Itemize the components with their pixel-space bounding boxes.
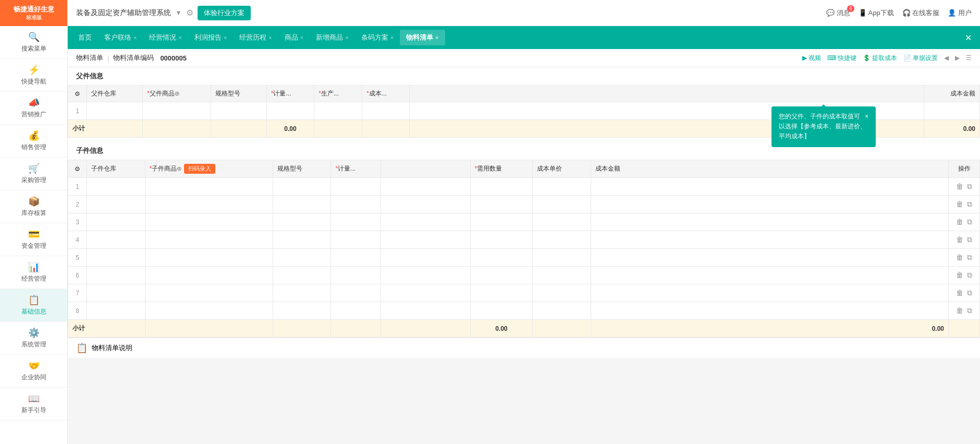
child-price-6[interactable] (533, 267, 591, 284)
nav-prev-icon[interactable]: ◀ (944, 54, 949, 62)
child-price-2[interactable] (533, 196, 591, 213)
parent-spec-1[interactable] (211, 102, 266, 120)
delete-icon-5[interactable]: 🗑 (956, 253, 963, 261)
copy-icon-7[interactable]: ⧉ (967, 289, 972, 297)
child-qty-7[interactable] (470, 284, 533, 302)
child-warehouse-3[interactable] (87, 213, 145, 231)
tab-close-operation[interactable]: × (178, 34, 181, 41)
parent-warehouse-1[interactable] (87, 102, 143, 120)
setting-action[interactable]: 📄 单据设置 (903, 54, 938, 63)
tooltip-close-btn[interactable]: × (865, 112, 868, 122)
parent-cost-1[interactable] (362, 102, 410, 120)
child-price-3[interactable] (533, 213, 591, 231)
child-qty-2[interactable] (470, 196, 533, 213)
sidebar-item-guide[interactable]: 📖 新手引导 (0, 388, 67, 421)
child-qty-3[interactable] (470, 213, 533, 231)
scan-btn[interactable]: 扫码录入 (184, 164, 215, 174)
nav-tab-history[interactable]: 经营历程× (233, 30, 278, 45)
parent-unit-1[interactable] (266, 102, 314, 120)
nav-tab-material[interactable]: 物料清单× (400, 30, 445, 45)
child-unit-4[interactable] (331, 231, 381, 249)
copy-icon-4[interactable]: ⧉ (967, 235, 972, 244)
delete-icon-6[interactable]: 🗑 (956, 271, 963, 279)
child-warehouse-6[interactable] (87, 267, 145, 284)
sidebar-item-purchase[interactable]: 🛒 采购管理 (0, 158, 67, 190)
child-qty-6[interactable] (470, 267, 533, 284)
online-service-btn[interactable]: 🎧 在线客服 (902, 8, 940, 18)
sidebar-item-finance[interactable]: 💳 资金管理 (0, 223, 67, 256)
child-unit-3[interactable] (331, 213, 381, 231)
child-warehouse-4[interactable] (87, 231, 145, 249)
dropdown-arrow-icon[interactable]: ▼ (175, 9, 182, 17)
sidebar-item-search[interactable]: 🔍 搜索菜单 (0, 26, 67, 59)
child-unit-2[interactable] (331, 196, 381, 213)
trial-btn[interactable]: 体验行业方案 (198, 6, 251, 20)
parent-produce-1[interactable] (314, 102, 362, 120)
sidebar-item-inventory[interactable]: 📦 库存核算 (0, 190, 67, 223)
delete-icon-1[interactable]: 🗑 (956, 182, 963, 190)
message-btn[interactable]: 💬 消息 6 (826, 8, 850, 18)
copy-icon-6[interactable]: ⧉ (967, 271, 972, 279)
tab-close-new-goods[interactable]: × (345, 34, 348, 41)
tab-close-goods[interactable]: × (300, 34, 303, 41)
child-goods-3[interactable] (145, 213, 273, 231)
delete-icon-4[interactable]: 🗑 (956, 235, 963, 244)
tab-close-barcode[interactable]: × (390, 34, 394, 41)
child-unit-5[interactable] (331, 249, 381, 267)
child-warehouse-7[interactable] (87, 284, 145, 302)
child-price-5[interactable] (533, 249, 591, 267)
child-goods-4[interactable] (145, 231, 273, 249)
child-warehouse-2[interactable] (87, 196, 145, 213)
tab-close-material[interactable]: × (435, 34, 438, 41)
sidebar-item-basic-info[interactable]: 📋 基础信息 (0, 289, 67, 322)
child-price-1[interactable] (533, 178, 591, 196)
settings-icon[interactable]: ⚙ (186, 8, 193, 18)
tab-close-history[interactable]: × (268, 34, 272, 41)
copy-icon-3[interactable]: ⧉ (967, 218, 972, 226)
delete-icon-7[interactable]: 🗑 (956, 289, 963, 297)
child-warehouse-5[interactable] (87, 249, 145, 267)
parent-goods-1[interactable] (142, 102, 211, 120)
child-spec-1[interactable] (273, 178, 331, 196)
child-spec-3[interactable] (273, 213, 331, 231)
child-goods-2[interactable] (145, 196, 273, 213)
view-action[interactable]: ▶ 视频 (802, 54, 821, 63)
child-spec-8[interactable] (273, 302, 331, 320)
shortcut-action[interactable]: ⌨ 快捷键 (827, 54, 856, 63)
nav-next-icon[interactable]: ▶ (955, 54, 960, 62)
child-price-8[interactable] (533, 302, 591, 320)
sidebar-item-quick-nav[interactable]: ⚡ 快捷导航 (0, 59, 67, 92)
child-spec-7[interactable] (273, 284, 331, 302)
child-spec-2[interactable] (273, 196, 331, 213)
delete-icon-3[interactable]: 🗑 (956, 218, 963, 226)
child-goods-5[interactable] (145, 249, 273, 267)
child-goods-1[interactable] (145, 178, 273, 196)
child-goods-7[interactable] (145, 284, 273, 302)
app-download-btn[interactable]: 📱 App下载 (859, 8, 894, 18)
child-unit-1[interactable] (331, 178, 381, 196)
tab-close-customer[interactable]: × (133, 34, 137, 41)
child-spec-4[interactable] (273, 231, 331, 249)
nav-tab-new-goods[interactable]: 新增商品× (310, 30, 354, 45)
copy-icon-1[interactable]: ⧉ (967, 182, 972, 190)
sidebar-item-operations[interactable]: 📊 经营管理 (0, 256, 67, 289)
child-unit-8[interactable] (331, 302, 381, 320)
nav-tab-profit[interactable]: 利润报告× (188, 30, 233, 45)
nav-tab-operation[interactable]: 经营情况× (143, 30, 188, 45)
child-qty-5[interactable] (470, 249, 533, 267)
sidebar-item-enterprise[interactable]: 🤝 企业协同 (0, 355, 67, 388)
delete-icon-8[interactable]: 🗑 (956, 306, 963, 315)
child-goods-8[interactable] (145, 302, 273, 320)
child-spec-6[interactable] (273, 267, 331, 284)
sidebar-item-marketing[interactable]: 📣 营销推广 (0, 92, 67, 125)
nav-tab-home[interactable]: 首页 (72, 30, 98, 45)
child-price-7[interactable] (533, 284, 591, 302)
cost-action[interactable]: 💲 提取成本 (863, 54, 897, 63)
child-qty-4[interactable] (470, 231, 533, 249)
user-btn[interactable]: 👤 用户 (948, 8, 972, 18)
sidebar-item-system[interactable]: ⚙️ 系统管理 (0, 322, 67, 355)
child-spec-5[interactable] (273, 249, 331, 267)
copy-icon-8[interactable]: ⧉ (967, 306, 972, 315)
child-goods-6[interactable] (145, 267, 273, 284)
menu-icon[interactable]: ☰ (966, 54, 972, 62)
